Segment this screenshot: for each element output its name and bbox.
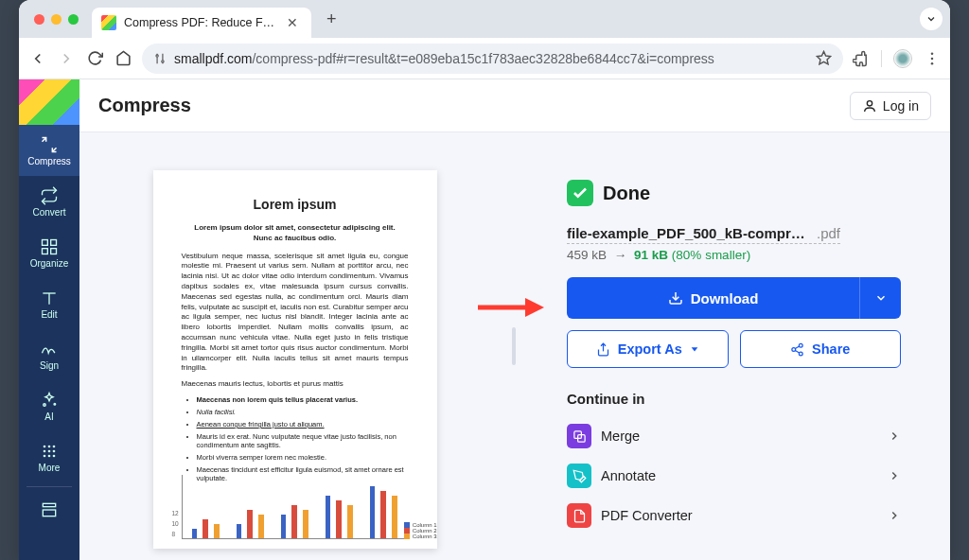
svg-point-29 <box>867 100 872 105</box>
svg-point-33 <box>799 343 802 347</box>
tab-bar: Compress PDF: Reduce File S ✕ + <box>19 0 950 38</box>
share-button[interactable]: Share <box>740 330 902 368</box>
svg-point-8 <box>931 57 934 60</box>
close-window-button[interactable] <box>34 14 44 25</box>
svg-point-7 <box>931 52 934 55</box>
omnibox[interactable]: smallpdf.com/compress-pdf#r=result&t=e08… <box>142 44 843 74</box>
svg-rect-12 <box>43 248 48 254</box>
profile-avatar[interactable] <box>893 49 912 68</box>
doc-paragraph: Vestibulum neque massa, scelerisque sit … <box>182 252 409 375</box>
sidebar-item-convert[interactable]: Convert <box>19 176 79 227</box>
svg-point-24 <box>44 454 46 457</box>
kebab-menu-icon[interactable] <box>924 50 941 67</box>
share-icon <box>790 342 804 357</box>
sidebar-item-documents[interactable] <box>19 491 79 529</box>
back-button[interactable] <box>28 49 47 68</box>
chevron-down-icon <box>874 291 888 305</box>
sidebar-item-sign[interactable]: Sign <box>19 329 79 380</box>
sidebar-item-compress[interactable]: Compress <box>19 125 79 176</box>
filename-row[interactable]: file-example_PDF_500_kB-compres… .pdf <box>567 225 840 244</box>
chevron-right-icon <box>888 509 901 522</box>
tabs-dropdown-button[interactable] <box>920 8 943 30</box>
page-header: Compress Log in <box>79 79 950 132</box>
favicon <box>101 15 116 30</box>
browser-tab[interactable]: Compress PDF: Reduce File S ✕ <box>92 8 311 38</box>
svg-point-25 <box>48 454 51 457</box>
svg-point-22 <box>48 449 51 452</box>
svg-rect-27 <box>43 503 55 506</box>
export-icon <box>596 342 610 357</box>
sidebar-item-ai[interactable]: AI <box>19 380 79 431</box>
document-thumbnail[interactable]: Lorem ipsum Lorem ipsum dolor sit amet, … <box>153 170 437 549</box>
login-button[interactable]: Log in <box>850 92 931 120</box>
pdf-converter-icon <box>567 503 591 528</box>
close-tab-button[interactable]: ✕ <box>283 15 302 30</box>
forward-button[interactable] <box>57 49 76 68</box>
list-item: Maecenas non lorem quis tellus placerat … <box>197 395 409 404</box>
tool-merge[interactable]: Merge <box>567 416 901 456</box>
svg-rect-13 <box>51 248 57 254</box>
page-title: Compress <box>98 95 191 116</box>
download-button[interactable]: Download <box>567 277 859 319</box>
chevron-right-icon <box>888 429 901 443</box>
svg-rect-10 <box>43 239 48 245</box>
bookmark-icon[interactable] <box>816 50 832 66</box>
svg-point-21 <box>44 449 46 452</box>
svg-point-26 <box>53 454 56 457</box>
export-as-button[interactable]: Export As <box>567 330 729 368</box>
site-settings-icon[interactable] <box>153 52 167 65</box>
svg-marker-6 <box>817 51 830 63</box>
svg-point-18 <box>44 445 46 447</box>
svg-point-17 <box>44 403 46 406</box>
brand-logo[interactable] <box>19 79 79 125</box>
doc-subheading: Maecenas mauris lectus, lobortis et puru… <box>182 379 409 390</box>
svg-point-19 <box>48 445 51 447</box>
svg-point-20 <box>53 445 56 447</box>
svg-point-34 <box>792 347 796 351</box>
sidebar: Compress Convert Organize Edit Sign AI <box>19 79 79 560</box>
annotate-icon <box>567 464 591 488</box>
address-bar: smallpdf.com/compress-pdf#r=result&t=e08… <box>19 38 950 79</box>
success-check-icon <box>567 180 593 206</box>
svg-point-35 <box>799 352 802 356</box>
svg-rect-11 <box>51 239 57 245</box>
minimize-window-button[interactable] <box>51 14 62 25</box>
svg-rect-28 <box>43 510 55 516</box>
extensions-icon[interactable] <box>853 50 870 67</box>
home-button[interactable] <box>114 49 132 68</box>
merge-icon <box>567 424 591 448</box>
chevron-right-icon <box>888 469 901 482</box>
svg-point-16 <box>54 403 56 405</box>
continue-title: Continue in <box>567 391 901 407</box>
doc-title: Lorem ipsum <box>182 197 409 212</box>
list-item: Nulla facilisi. <box>197 408 409 416</box>
caret-down-icon <box>690 344 699 354</box>
svg-point-9 <box>931 61 934 64</box>
doc-list: Maecenas non lorem quis tellus placerat … <box>197 395 409 482</box>
done-label: Done <box>603 183 650 204</box>
tool-pdf-converter[interactable]: PDF Converter <box>567 496 901 535</box>
window-controls <box>26 14 86 25</box>
sidebar-item-edit[interactable]: Edit <box>19 278 79 329</box>
list-item: Mauris id ex erat. Nunc vulputate neque … <box>197 432 409 449</box>
download-icon <box>668 290 683 306</box>
sidebar-item-more[interactable]: More <box>19 431 79 482</box>
preview-pane: Lorem ipsum Lorem ipsum dolor sit amet, … <box>79 132 510 560</box>
chart-legend: Column 1 Column 2 Column 3 <box>404 522 437 539</box>
svg-marker-32 <box>691 347 697 351</box>
pane-divider[interactable] <box>510 132 518 560</box>
svg-line-37 <box>795 350 799 353</box>
tool-annotate[interactable]: Annotate <box>567 456 901 496</box>
new-tab-button[interactable]: + <box>317 8 346 31</box>
url-path: /compress-pdf#r=result&t=e089eba15c1f783… <box>252 51 714 66</box>
old-size: 459 kB <box>567 248 607 262</box>
doc-lead: Lorem ipsum dolor sit amet, consectetur … <box>182 223 409 244</box>
svg-point-0 <box>156 54 158 56</box>
new-size: 91 kB <box>634 248 668 262</box>
reduction-pct: (80% smaller) <box>672 248 750 262</box>
reload-button[interactable] <box>85 49 104 68</box>
maximize-window-button[interactable] <box>68 14 79 25</box>
download-options-button[interactable] <box>859 277 901 319</box>
sidebar-item-organize[interactable]: Organize <box>19 227 79 278</box>
size-row: 459 kB → 91 kB (80% smaller) <box>567 248 901 262</box>
